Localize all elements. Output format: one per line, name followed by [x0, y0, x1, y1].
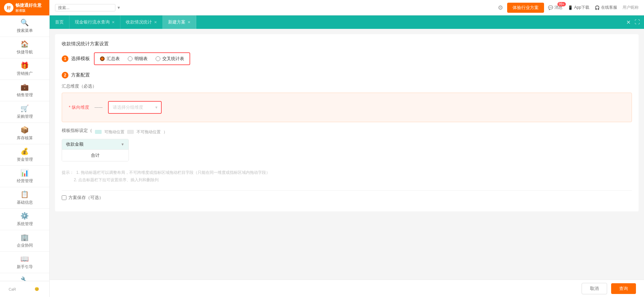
sidebar-item-system[interactable]: ⚙️ 系统管理: [0, 209, 49, 230]
sidebar-item-guide[interactable]: 📖 新手引导: [0, 252, 49, 273]
indicator-table: 收款金额 ▼ 合计: [62, 139, 129, 161]
option-summary-label: 汇总表: [107, 56, 120, 62]
chevron-down-icon[interactable]: ▼: [121, 142, 124, 146]
topbar: ▼ ⚙ 体验行业方案 💬 消息 99+ 📱 App下载 🎧 在线客服 用户昵称: [50, 0, 644, 15]
sidebar-item-purchase[interactable]: 🛒 采购管理: [0, 101, 49, 123]
step1-num: 1: [62, 55, 68, 62]
sidebar-label-search: 搜索菜单: [17, 28, 33, 34]
tab-bank-flow-close[interactable]: ✕: [112, 20, 115, 24]
tab-new-plan-close[interactable]: ✕: [187, 20, 191, 24]
search-icon: 🔍: [20, 18, 29, 27]
tab-home[interactable]: 首页: [50, 15, 69, 29]
option-detail[interactable]: 明细表: [128, 56, 148, 62]
sidebar-item-sales[interactable]: 💼 销售管理: [0, 80, 49, 101]
sidebar-label-enterprise: 企业协同: [17, 243, 33, 248]
sidebar-item-basic-info[interactable]: 📋 基础信息: [0, 187, 49, 209]
sidebar-label-capital: 资金管理: [17, 157, 33, 162]
indicator-header-text: 收款金额: [66, 141, 84, 147]
sidebar-bottom-label2: 😊: [35, 287, 39, 291]
tips-tip2: 2. 点击标题栏下拉可设置排序、插入列和删除列: [74, 177, 632, 184]
app-label: App下载: [574, 5, 589, 10]
radio-summary[interactable]: [100, 56, 105, 61]
sidebar-logo: 好 畅捷通好生意 标准版: [0, 0, 49, 15]
step2-num: 2: [62, 72, 68, 79]
step1-header: 1 选择模板 汇总表 明细表 交叉统计表: [62, 52, 632, 65]
sidebar-label-sales: 销售管理: [17, 92, 33, 98]
dropdown-icon: ▼: [117, 5, 121, 10]
save-checkbox[interactable]: [62, 195, 66, 200]
sidebar-item-capital[interactable]: 💰 资金管理: [0, 144, 49, 166]
service-icon: 🎧: [595, 5, 600, 10]
tab-receive-stat-close[interactable]: ✕: [154, 20, 157, 24]
topbar-breadcrumb: ▼: [55, 4, 494, 11]
sidebar-bottom-btn2[interactable]: 😊: [25, 281, 50, 297]
radio-cross[interactable]: [156, 56, 160, 61]
sidebar-item-quick-nav[interactable]: 🏠 快捷导航: [0, 37, 49, 58]
trial-button[interactable]: 体验行业方案: [507, 3, 544, 13]
sidebar-item-search[interactable]: 🔍 搜索菜单: [0, 15, 49, 37]
tab-new-plan-label: 新建方案: [168, 19, 185, 25]
topbar-right: 💬 消息 99+ 📱 App下载 🎧 在线客服 用户昵称: [548, 5, 639, 10]
query-button[interactable]: 查询: [611, 283, 636, 294]
sidebar-label-purchase: 采购管理: [17, 114, 33, 119]
content-card: 收款情况统计方案设置 1 选择模板 汇总表 明细表 交: [55, 34, 639, 211]
dimension-arrow: ——: [95, 105, 103, 110]
step1-section: 1 选择模板 汇总表 明细表 交叉统计表: [62, 52, 632, 65]
step1-title: 选择模板: [71, 56, 90, 62]
dropdown-arrow-icon: ▼: [155, 105, 158, 109]
box-icon: 📦: [20, 126, 29, 134]
logo-text: 畅捷通好生意: [15, 2, 42, 8]
tab-close-all-icon[interactable]: ✕: [626, 19, 631, 26]
cart-icon: 🛒: [20, 104, 29, 112]
logo-icon: 好: [4, 3, 13, 12]
gear-icon: ⚙️: [20, 212, 29, 220]
indicators-section: 模板指标设定（ 可拖动位置 不可拖动位置 ） 收款金额 ▼ 合计: [62, 128, 632, 162]
sidebar-bottom-btn1[interactable]: CaR: [0, 281, 25, 297]
sidebar-item-marketing[interactable]: 🎁 营销推广: [0, 58, 49, 80]
radio-detail[interactable]: [128, 56, 132, 61]
building-icon: 🏢: [20, 233, 29, 241]
template-options: 汇总表 明细表 交叉统计表: [94, 52, 190, 65]
indicators-hint-close: ）: [163, 129, 167, 135]
sidebar-bottom-label1: CaR: [9, 287, 16, 291]
sidebar-label-guide: 新手引导: [17, 264, 33, 270]
gift-icon: 🎁: [20, 61, 29, 69]
indicator-cell-total: 合计: [62, 149, 128, 161]
main-content: 收款情况统计方案设置 1 选择模板 汇总表 明细表 交: [50, 29, 644, 297]
tab-new-plan[interactable]: 新建方案 ✕: [163, 15, 196, 29]
page-title: 收款情况统计方案设置: [62, 41, 632, 47]
message-badge[interactable]: 💬 消息 99+: [548, 5, 562, 10]
tab-bank-flow[interactable]: 现金银行流水查询 ✕: [69, 15, 120, 29]
user-name: 用户昵称: [623, 5, 639, 10]
tab-expand-icon[interactable]: ⛶: [635, 19, 640, 25]
app-download[interactable]: 📱 App下载: [568, 5, 589, 10]
tips-area: 提示： 1. 拖动标题栏可以调整布局，不可跨维度或指标区域拖动栏目字段（只能在同…: [62, 169, 632, 184]
service-label: 在线客服: [601, 5, 617, 10]
option-summary[interactable]: 汇总表: [100, 56, 120, 62]
cancel-button[interactable]: 取消: [582, 283, 607, 294]
dimension-subsection: 汇总维度（必选） * 纵向维度 —— 请选择分组维度 ▼: [62, 83, 632, 122]
dimension-select[interactable]: 请选择分组维度 ▼: [108, 101, 162, 114]
sidebar-item-operation[interactable]: 📊 经营管理: [0, 166, 49, 187]
movable-hint-text: 可拖动位置: [104, 129, 124, 135]
sidebar-label-quick-nav: 快捷导航: [17, 49, 33, 55]
sidebar-label-inventory: 库存核算: [17, 135, 33, 141]
bottom-bar: 取消 查询: [50, 280, 644, 297]
online-service[interactable]: 🎧 在线客服: [595, 5, 617, 10]
sidebar-bottom: CaR 😊: [0, 281, 49, 297]
option-cross[interactable]: 交叉统计表: [156, 56, 184, 62]
sidebar-label-marketing: 营销推广: [17, 71, 33, 77]
sidebar-item-hardware[interactable]: 🔧 智能硬件: [0, 273, 49, 281]
sidebar-label-basic-info: 基础信息: [17, 200, 33, 205]
sidebar-item-inventory[interactable]: 📦 库存核算: [0, 123, 49, 144]
settings-icon[interactable]: ⚙: [498, 4, 503, 11]
tabbar: 首页 现金银行流水查询 ✕ 收款情况统计 ✕ 新建方案 ✕ ✕ ⛶: [50, 15, 644, 29]
sidebar-label-operation: 经营管理: [17, 178, 33, 184]
topbar-search-input[interactable]: [55, 4, 115, 11]
tab-bank-flow-label: 现金银行流水查询: [75, 19, 110, 25]
tab-receive-stat-label: 收款情况统计: [126, 19, 152, 25]
option-detail-label: 明细表: [135, 56, 148, 62]
sidebar-item-enterprise[interactable]: 🏢 企业协同: [0, 230, 49, 252]
tab-receive-stat[interactable]: 收款情况统计 ✕: [120, 15, 163, 29]
locked-hint-text: 不可拖动位置: [137, 129, 161, 135]
